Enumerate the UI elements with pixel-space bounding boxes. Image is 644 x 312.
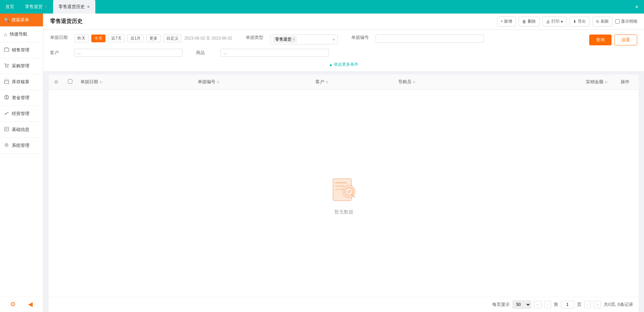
svg-point-2 xyxy=(7,67,8,67)
goods-filter-input[interactable] xyxy=(220,49,329,57)
sidebar-item-quick-nav[interactable]: ⌂ 快捷导航 xyxy=(0,26,43,42)
print-icon: 🖨 xyxy=(546,19,550,24)
refresh-button[interactable]: ↻ 刷新 xyxy=(592,17,613,26)
delete-button[interactable]: 🗑 删除 xyxy=(519,17,540,26)
inventory-icon xyxy=(4,79,9,85)
sidebar-item-finance[interactable]: 资金管理 xyxy=(0,90,43,106)
sidebar-item-inventory[interactable]: 库存核算 xyxy=(0,74,43,90)
select-dropdown-icon: ▾ xyxy=(333,37,335,42)
type-filter-select[interactable]: 零售退货 × ▾ xyxy=(270,35,338,44)
type-tag-close[interactable]: × xyxy=(293,38,295,41)
tab-home[interactable]: 首页 xyxy=(0,0,20,14)
svg-rect-5 xyxy=(5,127,8,131)
tab-close-retail-return[interactable]: ✕ xyxy=(45,5,48,9)
svg-rect-8 xyxy=(335,182,347,183)
sidebar-bottom: ⚙ ◀ xyxy=(0,296,43,312)
date-btn-last7[interactable]: 近7天 xyxy=(108,35,125,42)
tab-retail-return[interactable]: 零售退货 ✕ xyxy=(20,0,53,14)
sidebar-item-sales[interactable]: 销售管理 xyxy=(0,42,43,58)
sort-date-btn[interactable]: 单据日期 ⇅ xyxy=(80,79,190,85)
page-number-input[interactable] xyxy=(561,301,574,308)
finance-icon xyxy=(4,95,9,101)
basic-info-icon xyxy=(4,127,9,133)
sidebar-item-purchase[interactable]: 采购管理 xyxy=(0,58,43,74)
filter-row-1: 单据日期 昨天 今天 近7天 近1月 xyxy=(50,35,637,45)
sort-date-icon: ⇅ xyxy=(99,80,102,84)
show-detail-checkbox[interactable]: 显示明细 xyxy=(615,19,637,24)
th-guide: 导购员 ⇅ xyxy=(394,74,494,90)
th-action: 操作 xyxy=(612,74,639,90)
th-checkbox xyxy=(64,74,76,90)
docno-filter-label: 单据编号 xyxy=(351,35,370,41)
svg-point-6 xyxy=(6,144,7,146)
svg-rect-0 xyxy=(4,48,9,51)
data-table: ⚙ 单据日期 ⇅ xyxy=(49,74,639,90)
sort-guide-btn[interactable]: 导购员 ⇅ xyxy=(398,79,490,85)
date-btn-more[interactable]: 更多 xyxy=(146,35,161,42)
sales-icon xyxy=(4,47,9,53)
customer-filter-label: 客户 xyxy=(50,50,69,56)
sort-customer-btn[interactable]: 客户 ⇅ xyxy=(315,79,390,85)
empty-text: 暂无数据 xyxy=(334,209,353,215)
sidebar-settings-icon[interactable]: ⚙ xyxy=(10,300,16,308)
page-header: 零售退货历史 + 新增 🗑 删除 🖨 打印 ▾ ⬆ 导出 xyxy=(43,14,644,30)
per-page-select[interactable]: 50 20 100 xyxy=(512,300,531,309)
print-dropdown-icon: ▾ xyxy=(561,19,563,24)
filter-area: 单据日期 昨天 今天 近7天 近1月 xyxy=(43,30,644,72)
sidebar-item-operation[interactable]: 经营管理 xyxy=(0,106,43,122)
date-filter: 昨天 今天 近7天 近1月 更多 xyxy=(74,35,232,42)
show-detail-input[interactable] xyxy=(615,19,620,24)
page-actions: + 新增 🗑 删除 🖨 打印 ▾ ⬆ 导出 ↻ 刷新 xyxy=(497,17,637,26)
refresh-icon: ↻ xyxy=(596,19,599,24)
date-btn-last1month[interactable]: 近1月 xyxy=(127,35,144,42)
new-button[interactable]: + 新增 xyxy=(497,17,516,26)
top-tab-bar: 首页 零售退货 ✕ 零售退货历史 ✕ ✕ xyxy=(0,0,644,14)
empty-state: 暂无数据 xyxy=(49,90,639,297)
sidebar-item-basic-info[interactable]: 基础信息 xyxy=(0,122,43,138)
prev-page-btn[interactable]: ‹ xyxy=(544,301,551,308)
tab-close-retail-return-history[interactable]: ✕ xyxy=(87,5,90,9)
collapse-filter-btn[interactable]: ▲ 收起更多条件 xyxy=(329,60,359,69)
sort-amount-btn[interactable]: 实销金额 ⇅ xyxy=(498,79,607,85)
th-customer: 客户 ⇅ xyxy=(311,74,394,90)
first-page-btn[interactable]: « xyxy=(534,301,542,308)
sort-docno-btn[interactable]: 单据编号 ⇅ xyxy=(198,79,307,85)
next-page-btn[interactable]: › xyxy=(584,301,591,308)
tab-retail-return-history[interactable]: 零售退货历史 ✕ xyxy=(53,0,95,14)
print-button[interactable]: 🖨 打印 ▾ xyxy=(542,17,567,26)
sidebar-search[interactable]: 🔍 搜索菜单 xyxy=(0,14,43,26)
sort-customer-icon: ⇅ xyxy=(326,80,328,84)
query-button[interactable]: 查询 xyxy=(589,35,612,45)
type-tag: 零售退货 × xyxy=(273,36,297,43)
date-btn-custom[interactable]: 自定义 xyxy=(163,35,182,42)
search-icon: 🔍 xyxy=(4,18,9,23)
th-date: 单据日期 ⇅ xyxy=(76,74,194,90)
date-btn-yesterday[interactable]: 昨天 xyxy=(74,35,89,42)
sidebar-toggle-icon[interactable]: ◀ xyxy=(28,300,33,308)
th-settings: ⚙ xyxy=(49,74,64,90)
date-btn-today[interactable]: 今天 xyxy=(91,35,105,42)
customer-filter-input[interactable] xyxy=(74,49,183,57)
export-button[interactable]: ⬆ 导出 xyxy=(569,17,590,26)
topbar-window-close[interactable]: ✕ xyxy=(635,4,644,9)
delete-icon: 🗑 xyxy=(522,19,526,24)
last-page-btn[interactable]: » xyxy=(594,301,601,308)
settings-button[interactable]: 设置 xyxy=(614,35,637,45)
svg-rect-9 xyxy=(335,185,344,187)
sort-amount-icon: ⇅ xyxy=(605,80,607,84)
sort-guide-icon: ⇅ xyxy=(413,80,415,84)
operation-icon xyxy=(4,111,9,117)
date-range-display: 2023-06-02 至 2023-06-02 xyxy=(184,36,232,41)
filter-row-2: 客户 商品 xyxy=(50,49,637,57)
th-docno: 单据编号 ⇅ xyxy=(194,74,311,90)
svg-point-1 xyxy=(5,67,6,67)
purchase-icon xyxy=(4,63,9,69)
select-all-checkbox[interactable] xyxy=(68,79,72,84)
docno-filter-input[interactable] xyxy=(376,35,484,43)
sort-docno-icon: ⇅ xyxy=(217,80,219,84)
sidebar-item-system[interactable]: 系统管理 xyxy=(0,138,43,154)
goods-filter-label: 商品 xyxy=(196,50,215,56)
table-column-settings-btn[interactable]: ⚙ xyxy=(53,78,60,86)
system-icon xyxy=(4,142,9,149)
main-layout: 🔍 搜索菜单 ⌂ 快捷导航 销售管理 采购管理 库存核算 xyxy=(0,14,644,312)
